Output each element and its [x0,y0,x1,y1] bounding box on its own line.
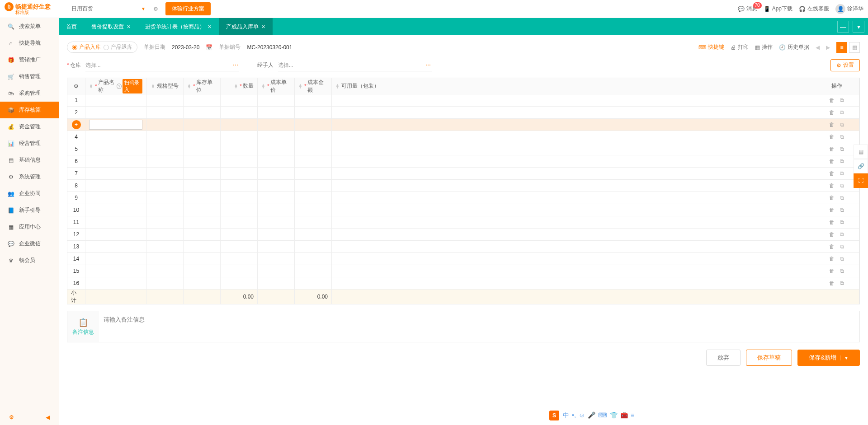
ime-skin-icon[interactable]: 👕 [610,411,618,420]
col-unit[interactable]: ▲▼ *库存单位 [184,78,221,94]
float-tool-3[interactable]: ⛶ [854,173,868,188]
cell-name[interactable] [85,131,146,143]
operate-link[interactable]: ▦ 操作 [755,43,773,51]
sidebar-item-14[interactable]: ♛畅会员 [0,252,59,269]
sidebar-item-2[interactable]: 🎁营销推广 [0,51,59,68]
cell-available[interactable] [332,180,814,192]
cell-name[interactable] [85,143,146,155]
copy-row-icon[interactable]: ⧉ [840,231,844,238]
cell-spec[interactable] [146,143,184,155]
delete-row-icon[interactable]: 🗑 [829,134,835,140]
ime-keyboard-icon[interactable]: ⌨ [598,411,607,420]
cell-available[interactable] [332,204,814,216]
cell-price[interactable] [258,94,295,107]
cell-price[interactable] [258,168,295,180]
cell-price[interactable] [258,241,295,253]
cell-spec[interactable] [146,277,184,290]
cell-available[interactable] [332,253,814,265]
col-available[interactable]: ▲▼ 可用量（包装） [332,78,814,94]
copy-row-icon[interactable]: ⧉ [840,195,844,201]
prev-doc-icon[interactable]: ◀ [816,44,820,51]
cell-amount[interactable] [295,277,332,290]
ime-punct-icon[interactable]: •, [572,411,576,420]
table-row[interactable]: 16🗑⧉ [67,277,859,290]
add-row-icon[interactable]: + [72,120,81,129]
delete-row-icon[interactable]: 🗑 [829,207,835,213]
ime-logo-icon[interactable]: S [549,411,559,420]
print-link[interactable]: 🖨 打印 [731,43,749,51]
save-and-new-button[interactable]: 保存&新增 ▼ [797,350,860,366]
cell-available[interactable] [332,192,814,204]
cell-name[interactable] [85,253,146,265]
sidebar-item-12[interactable]: ▦应用中心 [0,219,59,235]
cell-spec[interactable] [146,94,184,107]
table-row[interactable]: 1🗑⧉ [67,94,859,107]
cell-unit[interactable] [184,229,221,241]
user-menu[interactable]: 👤 徐泽华 [835,4,863,14]
cell-unit[interactable] [184,277,221,290]
sidebar-item-7[interactable]: 📊经营管理 [0,135,59,152]
cell-price[interactable] [258,180,295,192]
cell-amount[interactable] [295,229,332,241]
radio-product-out[interactable]: 产品退库 [104,43,132,51]
industry-solution-button[interactable]: 体验行业方案 [165,2,211,15]
cell-price[interactable] [258,131,295,143]
tab-1[interactable]: 售价提取设置✕ [84,18,138,35]
category-select[interactable]: 日用百货 ▼ [68,3,149,15]
col-settings-icon[interactable]: ⚙ [67,78,85,94]
cell-available[interactable] [332,155,814,168]
product-name-input[interactable] [89,120,142,130]
cell-name[interactable] [85,94,146,107]
cell-price[interactable] [258,143,295,155]
close-icon[interactable]: ✕ [261,24,265,30]
messages-link[interactable]: 💬 消息 70 [738,5,757,13]
cell-spec[interactable] [146,253,184,265]
cell-name[interactable] [85,216,146,229]
cell-amount[interactable] [295,241,332,253]
copy-row-icon[interactable]: ⧉ [840,146,844,152]
copy-row-icon[interactable]: ⧉ [840,280,844,286]
cell-amount[interactable] [295,168,332,180]
sidebar-item-0[interactable]: 🔍搜索菜单 [0,18,59,35]
cell-price[interactable] [258,192,295,204]
cell-unit[interactable] [184,192,221,204]
cell-qty[interactable] [221,119,258,131]
cell-unit[interactable] [184,143,221,155]
cell-name[interactable] [85,180,146,192]
cell-unit[interactable] [184,119,221,131]
delete-row-icon[interactable]: 🗑 [829,231,835,238]
cell-amount[interactable] [295,107,332,119]
sidebar-item-8[interactable]: ▤基础信息 [0,152,59,168]
cell-price[interactable] [258,119,295,131]
cell-spec[interactable] [146,192,184,204]
cell-name[interactable] [85,204,146,216]
history-link[interactable]: 🕘 历史单据 [779,43,809,51]
cell-price[interactable] [258,216,295,229]
table-row[interactable]: 4🗑⧉ [67,131,859,143]
next-doc-icon[interactable]: ▶ [826,44,830,51]
cell-name[interactable] [85,107,146,119]
cell-spec[interactable] [146,119,184,131]
copy-row-icon[interactable]: ⧉ [840,158,844,164]
cell-spec[interactable] [146,229,184,241]
table-row[interactable]: 8🗑⧉ [67,180,859,192]
cell-unit[interactable] [184,265,221,277]
ime-toolbox-icon[interactable]: 🧰 [620,411,628,420]
radio-product-in[interactable]: 产品入库 [72,43,101,51]
cell-unit[interactable] [184,253,221,265]
cell-unit[interactable] [184,168,221,180]
cell-amount[interactable] [295,216,332,229]
calendar-icon[interactable]: 📅 [206,44,212,51]
copy-row-icon[interactable]: ⧉ [840,182,844,189]
table-row[interactable]: 14🗑⧉ [67,253,859,265]
sidebar-item-9[interactable]: ⚙系统管理 [0,168,59,185]
doc-date-value[interactable]: 2023-03-20 [172,44,199,51]
delete-row-icon[interactable]: 🗑 [829,182,835,189]
cell-qty[interactable] [221,107,258,119]
copy-row-icon[interactable]: ⧉ [840,256,844,262]
cell-qty[interactable] [221,253,258,265]
cell-available[interactable] [332,143,814,155]
delete-row-icon[interactable]: 🗑 [829,97,835,103]
delete-row-icon[interactable]: 🗑 [829,195,835,201]
cell-spec[interactable] [146,131,184,143]
